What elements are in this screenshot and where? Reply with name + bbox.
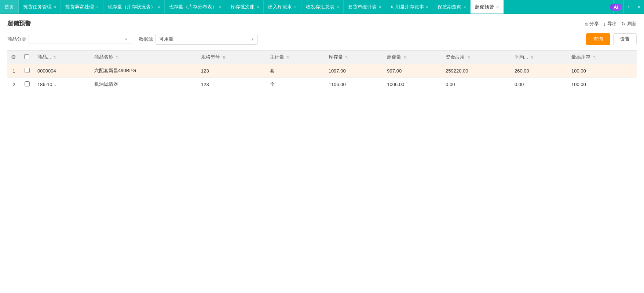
nav-item-inout[interactable]: 出入库流水 × [264,0,301,14]
export-button[interactable]: ↓ 导出 [603,21,617,27]
nav-item-overstock[interactable]: 超储预警 × [471,0,503,14]
row2-product-code: 186-10... [34,78,91,91]
sort-product-code-icon: ⇅ [53,55,56,59]
page-title: 超储预警 [7,20,31,27]
nav-item-stock-status[interactable]: 现存量（库存状况表） × [103,0,165,14]
nav-item-pick-task[interactable]: 拣货任务管理 × [19,0,61,14]
ai-badge[interactable]: Ai [610,4,622,11]
close-stock-status[interactable]: × [158,5,160,9]
close-order-stats[interactable]: × [379,5,381,9]
row2-num: 2 [7,78,21,91]
row1-avg: 260.00 [511,64,568,78]
sort-capital-icon: ⇅ [467,55,470,59]
page-header: 超储预警 ⎋ 分享 ↓ 导出 ↻ 刷新 [7,20,637,27]
col-avg-label: 平均... [515,54,528,60]
sort-product-name-icon: ⇅ [116,55,119,59]
row2-checkbox[interactable] [25,81,30,86]
row2-max-stock: 100.00 [568,78,637,91]
row2-avg: 0.00 [511,78,568,91]
nav-item-order-stats[interactable]: 要货单统计表 × [344,0,386,14]
row2-product-name: 机油滤清器 [91,78,197,91]
refresh-icon: ↻ [621,21,626,27]
sort-unit-icon: ⇅ [287,55,290,59]
row1-product-name: 六配套新昌490BPG [91,64,197,78]
top-nav: 首页 拣货任务管理 × 拣货异常处理 × 现存量（库存状况表） × 现存量（库存… [0,0,644,14]
col-product-name[interactable]: 商品名称 ⇅ [91,51,197,64]
row1-capital: 259220.00 [442,64,511,78]
refresh-button[interactable]: ↻ 刷新 [621,21,637,27]
nav-item-available[interactable]: 可用量库存账本 × [386,0,433,14]
filter-buttons: 查询 设置 [586,33,637,45]
sort-overstock-icon: ⇅ [404,55,407,59]
col-max-stock-label: 最高库存 [571,54,590,60]
datasource-chevron-icon: ▾ [252,37,254,42]
sort-max-stock-icon: ⇅ [593,55,596,59]
main-content: 超储预警 ⎋ 分享 ↓ 导出 ↻ 刷新 商品分类 ▾ 数据源 [0,14,644,293]
close-stock-dist[interactable]: × [219,5,221,9]
col-spec-label: 规格型号 [201,54,220,60]
col-capital[interactable]: 资金占用 ⇅ [442,51,511,64]
query-button[interactable]: 查询 [586,33,610,45]
select-all-checkbox[interactable] [24,54,29,59]
header-actions: ⎋ 分享 ↓ 导出 ↻ 刷新 [585,21,637,27]
close-summary[interactable]: × [337,5,339,9]
col-spec[interactable]: 规格型号 ⇅ [197,51,266,64]
share-button[interactable]: ⎋ 分享 [585,21,599,27]
category-filter: 商品分类 ▾ [7,35,131,44]
nav-arrow-close-tab[interactable]: × [634,0,644,14]
category-chevron-icon: ▾ [125,37,127,42]
datasource-select[interactable]: 可用量 ▾ [155,34,258,45]
close-pick-task[interactable]: × [54,5,56,9]
row2-overstock: 1006.00 [383,78,442,91]
col-overstock-label: 超储量 [387,54,401,60]
export-icon: ↓ [603,21,606,27]
gear-header[interactable]: ⚙ [7,51,21,64]
col-unit[interactable]: 主计量 ⇅ [266,51,325,64]
category-select[interactable]: ▾ [29,35,131,44]
gear-icon: ⚙ [11,54,16,60]
close-available[interactable]: × [426,5,428,9]
nav-item-stock-dist[interactable]: 现存量（库存分布表） × [165,0,226,14]
filter-bar: 商品分类 ▾ 数据源 可用量 ▾ 查询 设置 [7,33,637,45]
settings-button[interactable]: 设置 [613,33,637,45]
checkbox-header[interactable] [21,51,34,64]
close-inout[interactable]: × [294,5,296,9]
row1-checkbox-cell[interactable] [21,64,34,78]
row1-num: 1 [7,64,21,78]
nav-item-batch[interactable]: 库存批次账 × [226,0,264,14]
col-product-name-label: 商品名称 [94,54,113,60]
col-avg[interactable]: 平均... ⇅ [511,51,568,64]
col-unit-label: 主计量 [270,54,284,60]
row2-checkbox-cell[interactable] [21,78,34,91]
row1-spec: 123 [197,64,266,78]
col-product-code[interactable]: 商品... ⇅ [34,51,91,64]
row2-spec: 123 [197,78,266,91]
nav-item-summary[interactable]: 收发存汇总表 × [301,0,344,14]
row2-unit: 个 [266,78,325,91]
close-shelf-life[interactable]: × [464,5,466,9]
row1-max-stock: 100.00 [568,64,637,78]
col-product-code-label: 商品... [37,54,51,60]
nav-item-shelf-life[interactable]: 保质期查询 × [433,0,471,14]
close-batch[interactable]: × [257,5,259,9]
nav-item-pick-exception[interactable]: 拣货异常处理 × [61,0,103,14]
col-stock-label: 库存量 [329,54,343,60]
nav-arrow-right[interactable]: › [623,0,634,14]
col-stock[interactable]: 库存量 ⇅ [325,51,384,64]
table-row: 2 186-10... 机油滤清器 123 个 1106.00 1006.00 … [7,78,637,91]
close-overstock[interactable]: × [496,5,498,9]
row1-checkbox[interactable] [25,68,30,73]
datasource-value: 可用量 [159,36,173,42]
data-table: ⚙ 商品... ⇅ 商品名称 ⇅ 规格型号 ⇅ 主计量 [7,50,637,91]
table-header-row: ⚙ 商品... ⇅ 商品名称 ⇅ 规格型号 ⇅ 主计量 [7,51,637,64]
sort-spec-icon: ⇅ [223,55,226,59]
close-pick-exception[interactable]: × [96,5,98,9]
sort-stock-icon: ⇅ [345,55,348,59]
datasource-label: 数据源 [139,36,153,42]
nav-item-home[interactable]: 首页 [0,0,19,14]
share-icon: ⎋ [585,21,588,27]
col-max-stock[interactable]: 最高库存 ⇅ [568,51,637,64]
col-overstock[interactable]: 超储量 ⇅ [383,51,442,64]
col-capital-label: 资金占用 [446,54,465,60]
row1-product-code: 0000004 [34,64,91,78]
